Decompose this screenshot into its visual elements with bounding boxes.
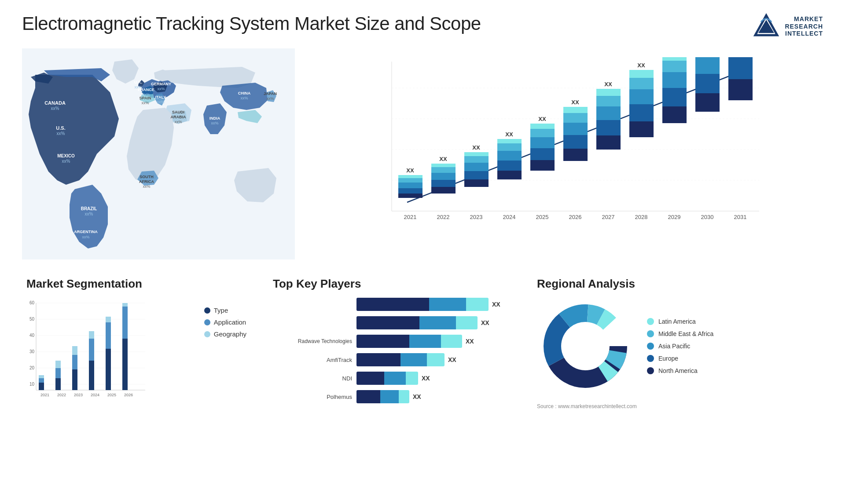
svg-rect-97: [728, 79, 753, 100]
svg-rect-131: [89, 339, 94, 361]
svg-text:40: 40: [29, 333, 35, 338]
regional-section: Regional Analysis: [533, 273, 823, 414]
reg-label-apac: Asia Pacific: [658, 343, 690, 350]
svg-text:xx%: xx%: [157, 100, 164, 104]
svg-text:2026: 2026: [569, 214, 582, 220]
reg-legend-latin: Latin America: [647, 318, 713, 325]
bar-seg-2b: [419, 316, 456, 329]
world-map: CANADA xx% U.S. xx% MEXICO xx% BRAZIL xx…: [22, 48, 295, 259]
reg-label-europe: Europe: [658, 355, 678, 362]
svg-text:30: 30: [29, 349, 35, 354]
svg-text:XX: XX: [571, 99, 579, 106]
svg-rect-80: [629, 89, 654, 104]
svg-rect-74: [596, 96, 621, 106]
svg-rect-132: [89, 331, 94, 339]
svg-text:xx%: xx%: [62, 159, 70, 164]
svg-rect-50: [497, 171, 522, 179]
legend-label-type: Type: [214, 307, 228, 314]
reg-label-mea: Middle East & Africa: [658, 330, 713, 337]
svg-rect-52: [497, 151, 522, 161]
svg-text:2026: 2026: [124, 393, 133, 397]
svg-rect-37: [431, 180, 456, 187]
svg-text:xx%: xx%: [143, 184, 150, 189]
segmentation-section: Market Segmentation 60 50 40 30 20 10: [22, 273, 251, 414]
svg-rect-73: [596, 106, 621, 120]
bar-seg-pc: [399, 390, 409, 403]
svg-text:10: 10: [29, 382, 35, 387]
player-xx-2: XX: [481, 319, 489, 326]
svg-rect-124: [55, 378, 61, 390]
bar-seg-nc: [406, 372, 418, 385]
svg-rect-58: [530, 148, 555, 160]
bar-seg-ra: [356, 335, 409, 348]
bar-seg-rb: [409, 335, 441, 348]
svg-rect-88: [662, 61, 687, 72]
svg-rect-67: [563, 113, 588, 123]
segmentation-title: Market Segmentation: [26, 277, 246, 291]
svg-rect-134: [106, 322, 111, 349]
svg-text:ARABIA: ARABIA: [171, 115, 186, 119]
regional-legend: Latin America Middle East & Africa Asia …: [647, 318, 713, 374]
svg-rect-122: [39, 378, 44, 383]
svg-text:2031: 2031: [734, 214, 747, 220]
page-title: Electromagnetic Tracking System Market S…: [22, 13, 481, 34]
svg-rect-54: [497, 139, 522, 143]
reg-legend-apac: Asia Pacific: [647, 343, 713, 350]
seg-chart-container: 60 50 40 30 20 10: [26, 298, 246, 401]
donut-chart: [537, 298, 634, 394]
logo: MARKET RESEARCH INTELLECT: [753, 13, 823, 40]
svg-text:2021: 2021: [40, 393, 49, 397]
logo-text: MARKET RESEARCH INTELLECT: [785, 15, 823, 37]
svg-rect-59: [530, 137, 555, 148]
regional-title: Regional Analysis: [537, 277, 819, 291]
content-grid: CANADA xx% U.S. xx% MEXICO xx% BRAZIL xx…: [22, 48, 823, 414]
reg-dot-na: [647, 367, 654, 374]
label-southafrica: SOUTH: [140, 175, 154, 179]
svg-text:xx%: xx%: [141, 101, 149, 105]
reg-legend-na: North America: [647, 367, 713, 374]
svg-rect-85: [662, 106, 687, 123]
svg-rect-94: [695, 57, 720, 74]
bar-seg-1c: [466, 298, 489, 311]
chart-area: XX 2021 XX 2022 XX: [312, 48, 823, 259]
player-xx-amfitrack: XX: [448, 356, 456, 363]
label-us: U.S.: [56, 125, 65, 131]
svg-rect-47: [464, 152, 489, 156]
svg-text:2028: 2028: [635, 214, 648, 220]
map-area: CANADA xx% U.S. xx% MEXICO xx% BRAZIL xx…: [22, 48, 295, 259]
label-italy: ITALY: [155, 95, 166, 99]
svg-rect-40: [431, 164, 456, 167]
bar-seg-2c: [456, 316, 478, 329]
legend-dot-type: [204, 307, 210, 314]
svg-rect-39: [431, 167, 456, 173]
svg-rect-81: [629, 78, 654, 89]
player-bar-ndi: [356, 372, 418, 385]
svg-rect-31: [398, 183, 422, 188]
reg-dot-latin: [647, 318, 654, 325]
svg-rect-79: [629, 104, 654, 121]
player-row-ndi: NDI XX: [273, 372, 511, 385]
players-section: Top Key Players XX: [268, 273, 515, 414]
bar-chart-svg: XX 2021 XX 2022 XX: [330, 57, 814, 242]
reg-label-na: North America: [658, 367, 698, 374]
player-bar-radwave: [356, 335, 462, 348]
player-row-1: XX: [273, 298, 511, 311]
player-bar-wrap-1: XX: [356, 298, 511, 311]
bar-seg-na: [356, 372, 384, 385]
logo-line-1: MARKET: [785, 15, 823, 23]
regional-inner: Latin America Middle East & Africa Asia …: [537, 298, 819, 394]
legend-label-application: Application: [214, 318, 246, 326]
svg-rect-53: [497, 143, 522, 151]
svg-rect-65: [563, 135, 588, 149]
player-bar-wrap-radwave: XX: [356, 335, 511, 348]
svg-rect-44: [464, 171, 489, 179]
player-bar-wrap-2: XX: [356, 316, 511, 329]
label-china: CHINA: [238, 91, 251, 95]
svg-rect-32: [398, 178, 422, 183]
bar-seg-2a: [356, 316, 419, 329]
svg-point-144: [563, 324, 607, 368]
svg-text:AFRICA: AFRICA: [139, 179, 154, 184]
svg-rect-92: [695, 93, 720, 112]
label-argentina: ARGENTINA: [74, 230, 98, 234]
svg-rect-78: [629, 121, 654, 137]
